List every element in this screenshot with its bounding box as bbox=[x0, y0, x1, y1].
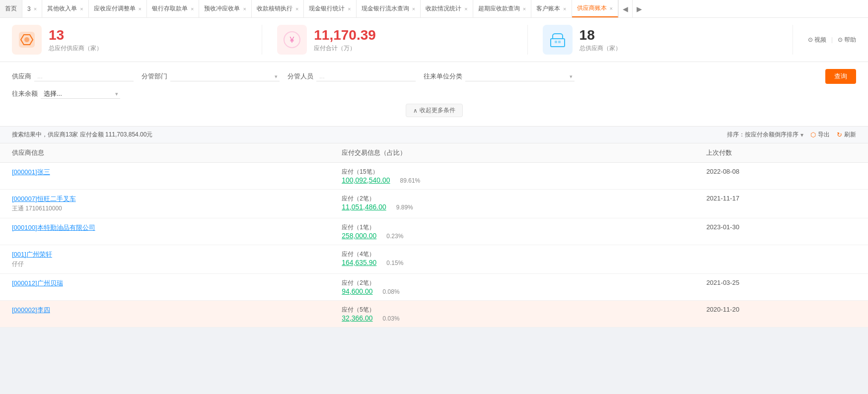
table-row: [001]广州荣轩仔仔应付（4笔）164,635.900.15% bbox=[0, 245, 868, 274]
payable-cell: 应付（5笔）32,366.000.03% bbox=[330, 301, 694, 328]
result-tools: 排序：按应付余额倒序排序 ▾ ⬡ 导出 ↻ 刷新 bbox=[727, 131, 856, 139]
nav-tab-cash-flow[interactable]: 现金银行流水查询 × bbox=[357, 0, 421, 17]
last-pay-cell: 2021-11-17 bbox=[694, 190, 868, 218]
export-tool[interactable]: ⬡ 导出 bbox=[810, 131, 830, 139]
close-icon[interactable]: × bbox=[139, 6, 142, 12]
payable-cell: 应付（1笔）258,000.000.23% bbox=[330, 218, 694, 245]
top-right-links: ⊙ 视频 | ⊙ 帮助 bbox=[808, 36, 856, 44]
filter-area: 供应商 分管部门 分管人员 往来单位分类 查询 往来 bbox=[0, 62, 868, 127]
balance-filter-select[interactable]: 选择... bbox=[41, 89, 120, 99]
unit-filter-select[interactable] bbox=[465, 71, 575, 81]
supplier-sub-info: 仔仔 bbox=[12, 260, 318, 268]
refresh-tool[interactable]: ↻ 刷新 bbox=[837, 131, 856, 139]
stat-payable-amount: ¥ 11,170.39 应付合计（万） bbox=[277, 25, 527, 55]
supplier-cell: [001]广州荣轩仔仔 bbox=[0, 245, 330, 274]
last-pay-cell: 2022-08-08 bbox=[694, 163, 868, 190]
nav-tab-other-income[interactable]: 其他收入单 × bbox=[42, 0, 88, 17]
close-icon[interactable]: × bbox=[563, 6, 566, 12]
close-icon[interactable]: × bbox=[80, 6, 83, 12]
payable-amount-link[interactable]: 258,000.00 bbox=[342, 232, 376, 240]
payable-count: 应付（4笔） bbox=[342, 250, 682, 259]
nav-tab-advance[interactable]: 预收冲应收单 × bbox=[199, 0, 251, 17]
supplier-link[interactable]: [000002]李四 bbox=[12, 306, 50, 314]
nav-tab-customer-ledger[interactable]: 客户账本 × bbox=[531, 0, 572, 17]
refresh-icon: ↻ bbox=[837, 131, 842, 138]
nav-tab-3[interactable]: 3 × bbox=[22, 0, 42, 17]
payable-amount-label: 应付合计（万） bbox=[314, 44, 376, 53]
result-bar: 搜索结果中，供应商13家 应付金额 111,703,854.00元 排序：按应付… bbox=[0, 127, 868, 143]
supplier-link[interactable]: [000001]张三 bbox=[12, 168, 50, 176]
nav-tab-overdue[interactable]: 超期应收款查询 × bbox=[473, 0, 531, 17]
payable-amount-link[interactable]: 32,366.00 bbox=[342, 314, 372, 322]
table-row: [000001]张三应付（15笔）100,092,540.0089.61%202… bbox=[0, 163, 868, 190]
supplier-filter-label: 供应商 bbox=[12, 72, 31, 81]
filter-dept: 分管部门 bbox=[142, 71, 280, 81]
nav-tab-supplier-ledger[interactable]: 供应商账本 × bbox=[572, 0, 618, 17]
nav-prev-arrow[interactable]: ◀ bbox=[618, 0, 632, 18]
help-icon: ⊙ bbox=[838, 36, 843, 43]
supplier-link[interactable]: [000007]恒旺二手叉车 bbox=[12, 195, 76, 202]
supplier-link[interactable]: [000012]广州贝瑞 bbox=[12, 279, 63, 287]
nav-tab-collection-stats[interactable]: 收款情况统计 × bbox=[421, 0, 473, 17]
supplier-link[interactable]: [001]广州荣轩 bbox=[12, 251, 52, 258]
payable-count: 应付（1笔） bbox=[342, 223, 682, 232]
supplier-table: 供应商信息 应付交易信息（占比） 上次付数 [000001]张三应付（15笔）1… bbox=[0, 143, 868, 328]
all-suppliers-count: 18 bbox=[579, 27, 621, 43]
balance-select-wrapper: 选择... bbox=[41, 89, 120, 99]
payable-percentage: 0.03% bbox=[383, 315, 400, 322]
payable-suppliers-icon bbox=[12, 25, 42, 55]
collapse-button[interactable]: ∧ 收起更多条件 bbox=[406, 104, 463, 117]
payable-count: 应付（15笔） bbox=[342, 168, 682, 176]
payable-percentage: 0.15% bbox=[386, 260, 403, 266]
last-pay-cell bbox=[694, 245, 868, 274]
person-filter-label: 分管人员 bbox=[288, 72, 313, 81]
nav-tab-ar-adjust[interactable]: 应收应付调整单 × bbox=[89, 0, 147, 17]
nav-tab-bank[interactable]: 银行存取款单 × bbox=[147, 0, 199, 17]
video-icon: ⊙ bbox=[808, 36, 813, 43]
supplier-cell: [000100]本特勤油品有限公司 bbox=[0, 218, 330, 245]
payable-cell: 应付（4笔）164,635.900.15% bbox=[330, 245, 694, 274]
payable-amount-link[interactable]: 100,092,540.00 bbox=[342, 176, 390, 184]
close-icon[interactable]: × bbox=[34, 6, 37, 12]
video-link[interactable]: ⊙ 视频 bbox=[808, 36, 826, 44]
close-icon[interactable]: × bbox=[348, 6, 351, 12]
nav-tab-home[interactable]: 首页 bbox=[0, 0, 22, 17]
filter-supplier: 供应商 bbox=[12, 71, 134, 81]
help-link[interactable]: ⊙ 帮助 bbox=[838, 36, 856, 44]
stat-all-suppliers: 18 总供应商（家） bbox=[543, 25, 793, 55]
sort-tool[interactable]: 排序：按应付余额倒序排序 ▾ bbox=[727, 131, 803, 139]
close-icon[interactable]: × bbox=[295, 6, 298, 12]
close-icon[interactable]: × bbox=[191, 6, 194, 12]
close-icon[interactable]: × bbox=[464, 6, 467, 12]
payable-percentage: 9.89% bbox=[396, 204, 413, 211]
close-icon[interactable]: × bbox=[243, 6, 246, 12]
supplier-cell: [000012]广州贝瑞 bbox=[0, 274, 330, 301]
all-suppliers-label: 总供应商（家） bbox=[579, 44, 621, 53]
payable-amount-link[interactable]: 11,051,486.00 bbox=[342, 203, 386, 211]
close-icon[interactable]: × bbox=[412, 6, 415, 12]
top-nav: 首页 3 × 其他收入单 × 应收应付调整单 × 银行存取款单 × 预收冲应收单… bbox=[0, 0, 868, 18]
supplier-sub-info: 王通 17106110000 bbox=[12, 204, 318, 213]
close-icon[interactable]: × bbox=[523, 6, 526, 12]
sort-arrow-icon: ▾ bbox=[800, 131, 803, 138]
svg-point-1 bbox=[24, 37, 29, 42]
payable-amount-link[interactable]: 94,600.00 bbox=[342, 287, 372, 295]
payable-cell: 应付（2笔）11,051,486.009.89% bbox=[330, 190, 694, 218]
last-pay-cell: 2023-01-30 bbox=[694, 218, 868, 245]
dept-filter-select[interactable] bbox=[170, 71, 280, 81]
sort-label: 排序：按应付余额倒序排序 bbox=[727, 131, 798, 139]
supplier-link[interactable]: [000100]本特勤油品有限公司 bbox=[12, 224, 95, 231]
query-button[interactable]: 查询 bbox=[825, 69, 856, 84]
nav-tab-cash-stats[interactable]: 现金银行统计 × bbox=[304, 0, 356, 17]
collapse-icon: ∧ bbox=[413, 107, 418, 114]
supplier-filter-input[interactable] bbox=[34, 71, 134, 81]
supplier-cell: [000001]张三 bbox=[0, 163, 330, 190]
payable-amount-link[interactable]: 164,635.90 bbox=[342, 259, 376, 266]
nav-tab-collection[interactable]: 收款核销执行 × bbox=[252, 0, 304, 17]
nav-next-arrow[interactable]: ▶ bbox=[632, 0, 646, 18]
close-icon[interactable]: × bbox=[610, 5, 613, 11]
unit-filter-label: 往来单位分类 bbox=[424, 72, 462, 81]
table-row: [000012]广州贝瑞应付（2笔）94,600.000.08%2021-03-… bbox=[0, 274, 868, 301]
col-header-payable: 应付交易信息（占比） bbox=[330, 143, 694, 163]
person-filter-input[interactable] bbox=[316, 71, 416, 81]
